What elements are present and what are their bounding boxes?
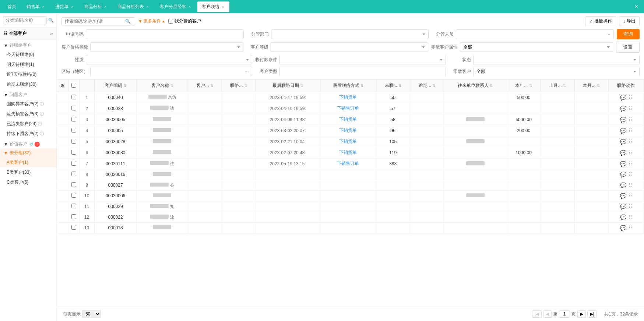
nav-customer-segment-close[interactable]: × (188, 4, 191, 9)
my-customers-checkbox[interactable]: 我分管的客户 (168, 18, 201, 24)
search-icon[interactable]: 🔍 (48, 18, 54, 23)
th-last-contact-method[interactable]: 最后联络方式 ⇅ (320, 80, 376, 92)
cell-last-contact-method[interactable]: 下销货单 (320, 125, 376, 136)
region-input[interactable]: ··· (90, 67, 252, 76)
sidebar-item-abnormal[interactable]: 囤购异常客户(2) ⓘ (0, 99, 57, 109)
comment-icon[interactable]: 💬 (620, 182, 626, 188)
row-checkbox[interactable] (71, 117, 76, 121)
comment-icon[interactable]: 💬 (620, 204, 626, 209)
grid-action-icon[interactable]: ⠿ (629, 172, 632, 177)
nature-input[interactable] (86, 55, 252, 64)
sidebar-item-class-b[interactable]: B类客户(33) (0, 167, 57, 177)
region-dots-icon[interactable]: ··· (244, 68, 249, 74)
first-page-btn[interactable]: |◀ (532, 310, 542, 318)
collapse-icon[interactable]: « (50, 31, 53, 37)
cell-last-contact-method[interactable]: 下销售订单 (320, 103, 376, 114)
grid-action-icon[interactable]: ⠿ (629, 204, 632, 209)
dots-icon[interactable]: ··· (606, 31, 610, 37)
cell-checkbox[interactable] (68, 169, 79, 180)
cell-checkbox[interactable] (68, 114, 79, 125)
row-checkbox[interactable] (71, 128, 76, 133)
th-this-year[interactable]: 本年... ⇅ (507, 80, 541, 92)
th-last-month[interactable]: 上月... ⇅ (541, 80, 574, 92)
customer-level-input[interactable] (271, 42, 428, 52)
row-checkbox[interactable] (71, 225, 76, 230)
page-input[interactable] (559, 310, 570, 318)
grid-action-icon[interactable]: ⠿ (629, 225, 632, 231)
select-all-checkbox[interactable] (71, 83, 76, 88)
cell-checkbox[interactable] (68, 180, 79, 191)
prev-page-btn[interactable]: ◀ (543, 310, 552, 318)
cell-checkbox[interactable] (68, 136, 79, 147)
nav-goods-list-close[interactable]: × (145, 4, 149, 9)
cell-checkbox[interactable] (68, 223, 79, 233)
reset-btn[interactable]: 设置 (616, 42, 640, 53)
row-checkbox[interactable] (71, 214, 76, 219)
contact-method-link[interactable]: 下销货单 (339, 139, 357, 144)
price-level-input[interactable] (90, 42, 243, 52)
sidebar-item-lost[interactable]: 已流失客户(24) ⓘ (0, 119, 57, 129)
row-checkbox[interactable] (71, 172, 76, 176)
row-checkbox[interactable] (71, 95, 76, 99)
more-conditions-btn[interactable]: ▼ 更多条件 ▲ (138, 18, 165, 24)
dept-input[interactable] (271, 29, 429, 39)
cell-checkbox[interactable] (68, 147, 79, 158)
query-btn[interactable]: 查询 (617, 29, 640, 39)
row-checkbox[interactable] (71, 204, 76, 208)
th-code[interactable]: 客户编码 ⇅ (95, 80, 137, 92)
export-btn[interactable]: ↓ 导出 (619, 16, 640, 26)
cell-checkbox[interactable] (68, 212, 79, 223)
th-settings[interactable]: ⚙ (57, 80, 68, 92)
cell-last-contact-method[interactable] (320, 212, 376, 223)
row-checkbox[interactable] (71, 182, 76, 187)
comment-icon[interactable]: 💬 (620, 95, 626, 100)
cell-last-contact-method[interactable] (320, 201, 376, 212)
contact-method-link[interactable]: 下销货单 (339, 128, 357, 133)
status-input[interactable] (473, 55, 640, 64)
cell-checkbox[interactable] (68, 92, 79, 103)
contact-method-link[interactable]: 下销售订单 (337, 161, 359, 166)
grid-action-icon[interactable]: ⠿ (629, 139, 632, 145)
row-checkbox[interactable] (71, 193, 76, 198)
cell-checkbox[interactable] (68, 158, 79, 169)
cell-checkbox[interactable] (68, 125, 79, 136)
row-checkbox[interactable] (71, 106, 76, 110)
comment-icon[interactable]: 💬 (620, 150, 626, 156)
comment-icon[interactable]: 💬 (620, 106, 626, 112)
cell-last-contact-method[interactable]: 下销货单 (320, 92, 376, 103)
sidebar-item-class-a[interactable]: A类客户(1) (0, 158, 57, 167)
grid-action-icon[interactable]: ⠿ (629, 117, 632, 123)
grid-action-icon[interactable]: ⠿ (629, 193, 632, 199)
cell-last-contact-method[interactable] (320, 223, 376, 233)
th-last-contact-date[interactable]: 最后联络日期 ⇅ (256, 80, 320, 92)
cell-last-contact-method[interactable]: 下销售订单 (320, 158, 376, 169)
comment-icon[interactable]: 💬 (620, 225, 626, 231)
contact-method-link[interactable]: 下销货单 (339, 150, 357, 155)
batch-operation-btn[interactable]: ✓ 批量操作 (585, 16, 616, 26)
sidebar-item-ungroued[interactable]: ▼ 未分组(32) (0, 148, 57, 158)
nav-sales[interactable]: 销售单 × (22, 1, 49, 12)
per-page-select[interactable]: 50 20 100 (82, 310, 101, 318)
cell-checkbox[interactable] (68, 103, 79, 114)
grid-action-icon[interactable]: ⠿ (629, 182, 632, 188)
contact-method-link[interactable]: 下销售订单 (337, 106, 359, 111)
nav-customer-contact[interactable]: 客户联络 × (197, 1, 229, 12)
sidebar-item-class-c[interactable]: C类客户(6) (0, 177, 57, 187)
sidebar-item-declining[interactable]: 持续下滑客户(2) ⓘ (0, 129, 57, 139)
th-contact-person[interactable]: 往来单位联系人 ⇅ (444, 80, 507, 92)
comment-icon[interactable]: 💬 (620, 172, 626, 177)
th-contact[interactable]: 联络... ⇅ (222, 80, 256, 92)
th-type[interactable]: 客户... ⇅ (188, 80, 222, 92)
next-page-btn[interactable]: ▶ (577, 310, 586, 318)
cell-checkbox[interactable] (68, 191, 79, 201)
window-close-btn[interactable]: × (632, 2, 641, 11)
row-checkbox[interactable] (71, 161, 76, 166)
sidebar-item-7days[interactable]: 近7天待联络(0) (0, 70, 57, 80)
th-checkbox[interactable] (68, 80, 79, 92)
search-input[interactable] (65, 19, 124, 24)
retail-customer-input[interactable]: 全部 (473, 67, 640, 76)
nav-purchase-close[interactable]: × (70, 4, 74, 9)
cell-last-contact-method[interactable] (320, 191, 376, 201)
cell-last-contact-method[interactable]: 下销货单 (320, 114, 376, 125)
row-checkbox[interactable] (71, 139, 76, 144)
